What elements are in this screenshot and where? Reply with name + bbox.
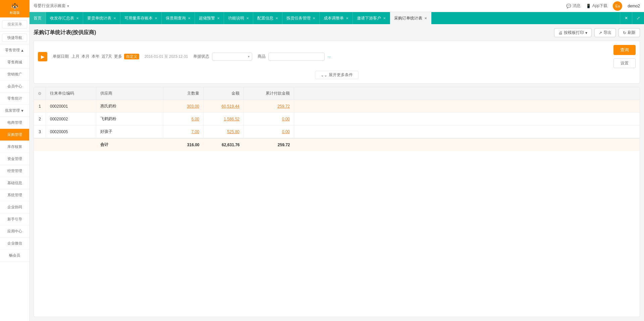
tab-close-icon[interactable]: ✕ — [424, 16, 427, 20]
sidebar-item-marketing[interactable]: 营销推广 — [0, 68, 29, 81]
sidebar-item-appcenter[interactable]: 应用中心 — [0, 225, 29, 237]
page-title: 采购订单统计表(按供应商) — [34, 29, 96, 36]
goods-input[interactable] — [268, 53, 325, 61]
query-button[interactable]: 查询 — [613, 45, 636, 55]
export-button[interactable]: ↗ 导出 — [594, 28, 616, 37]
logo-text: 标题版 — [10, 11, 20, 14]
tab-close-icon[interactable]: ✕ — [346, 16, 348, 20]
row-qty[interactable]: 7.00 — [163, 125, 204, 139]
table-body: 1 00020001 惠氏奶粉 303.00 60,519.44 259.72 … — [34, 100, 640, 139]
main-area: 母婴行业演示账套 ▾ 💬 消息 📱 App下载 Ea demo2 首页 收发存汇… — [30, 0, 644, 321]
avatar[interactable]: Ea — [613, 1, 622, 11]
row-qty[interactable]: 303.00 — [163, 100, 204, 113]
tab-picking-tasks[interactable]: 拣货任务管理 ✕ — [282, 12, 320, 24]
tab-close-icon[interactable]: ✕ — [313, 16, 315, 20]
shortcut-this-month[interactable]: 本月 — [82, 54, 90, 59]
sidebar-item-enterprise[interactable]: 企业协同 — [0, 201, 29, 213]
tab-label: 要货单统计表 — [87, 15, 111, 21]
sidebar-item-member[interactable]: 会员中心 — [0, 81, 29, 93]
goods-more-icon[interactable]: ··· — [327, 54, 331, 59]
messages-button[interactable]: 💬 消息 — [566, 3, 581, 9]
tab-close-icon[interactable]: ✕ — [76, 16, 79, 20]
message-icon: 💬 — [566, 4, 571, 8]
tab-receive-summary[interactable]: 收发存汇总表 ✕ — [46, 12, 83, 24]
tab-label: 成本调整单 — [324, 15, 344, 21]
sidebar-item-newbie[interactable]: 新手引导 — [0, 213, 29, 225]
tab-close-icon[interactable]: ✕ — [188, 16, 191, 20]
app-download-button[interactable]: 📱 App下载 — [586, 3, 607, 9]
row-amount[interactable]: 525.80 — [204, 125, 244, 139]
shortcut-last-month[interactable]: 上月 — [71, 54, 79, 59]
username-label[interactable]: demo2 — [628, 4, 640, 8]
tabbar: 首页 收发存汇总表 ✕ 要货单统计表 ✕ 可用量库存账本 ✕ 保质期查询 ✕ 超… — [30, 12, 644, 24]
footer-qty: 316.00 — [163, 138, 204, 151]
row-paid[interactable]: 259.72 — [244, 100, 294, 113]
search-menu-button[interactable]: 搜索英单 — [2, 20, 27, 29]
sidebar-item-wholesale[interactable]: 批发管理 ▼ — [0, 105, 29, 117]
col-supplier-header: 供应商 — [96, 87, 163, 100]
tab-close-icon[interactable]: ✕ — [246, 16, 249, 20]
page-header-actions: 🖨 按模板打印 ▾ ↗ 导出 ↻ 刷新 — [554, 28, 640, 37]
tab-expiry-query[interactable]: 保质期查询 ✕ — [162, 12, 195, 24]
tab-close-icon[interactable]: ✕ — [155, 16, 157, 20]
tab-requisition-summary[interactable]: 要货单统计表 ✕ — [83, 12, 120, 24]
col-settings[interactable]: ⚙ — [34, 87, 46, 100]
print-button[interactable]: 🖨 按模板打印 ▾ — [554, 28, 592, 37]
sidebar-item-purchase[interactable]: 采购管理 — [0, 129, 29, 141]
sidebar-item-basic[interactable]: 基础信息 — [0, 177, 29, 189]
sidebar-item-finance[interactable]: 资金管理 — [0, 153, 29, 165]
tab-close-icon[interactable]: ✕ — [275, 16, 278, 20]
close-all-tabs-button[interactable]: ✕ — [620, 12, 632, 24]
expand-filter-button[interactable]: ⌄⌄ 展开更多条件 — [315, 71, 359, 79]
shortcut-more[interactable]: 更多 — [114, 54, 122, 59]
tab-available-inventory[interactable]: 可用量库存账本 ✕ — [120, 12, 162, 24]
table-footer: 合计 316.00 62,631.76 259.72 — [34, 138, 640, 151]
row-paid[interactable]: 0.00 — [244, 125, 294, 139]
col-qty-header: 主数量 — [163, 87, 204, 100]
data-table-container: ⚙ 往来单位编码 供应商 主数量 金额 累计付款金额 1 00020001 惠氏… — [34, 87, 640, 317]
sidebar-item-vip[interactable]: 畅会员 — [0, 250, 29, 262]
tab-home[interactable]: 首页 — [30, 12, 46, 24]
tab-config-info[interactable]: 配置信息 ✕ — [253, 12, 282, 24]
tab-close-icon[interactable]: ✕ — [217, 16, 220, 20]
app-download-label: App下载 — [592, 3, 607, 9]
footer-amount: 62,631.76 — [204, 138, 244, 151]
tab-purchase-summary[interactable]: 采购订单统计表 ✕ — [390, 12, 431, 24]
row-paid[interactable]: 0.00 — [244, 113, 294, 125]
maximize-button[interactable]: ⤢ — [632, 12, 644, 24]
tab-cost-adjust[interactable]: 成本调整单 ✕ — [320, 12, 353, 24]
tab-function-guide[interactable]: 功能说明 ✕ — [224, 12, 253, 24]
row-amount[interactable]: 60,519.44 — [204, 100, 244, 113]
custom-date-badge[interactable]: 自定义 — [124, 54, 139, 59]
sidebar-item-system[interactable]: 系统管理 — [0, 189, 29, 201]
quick-nav-button[interactable]: 快捷导航 — [2, 34, 27, 42]
sidebar-logo: 🐯 标题版 — [0, 0, 30, 17]
tab-close-icon[interactable]: ✕ — [113, 16, 116, 20]
status-select[interactable] — [212, 53, 252, 61]
refresh-icon: ↻ — [623, 31, 626, 35]
row-qty[interactable]: 6.00 — [163, 113, 204, 125]
refresh-button[interactable]: ↻ 刷新 — [619, 28, 640, 37]
shortcut-7days[interactable]: 近7天 — [102, 54, 112, 59]
tab-invite-downstream[interactable]: 邀请下游客户 ✕ — [353, 12, 390, 24]
messages-label: 消息 — [573, 3, 581, 9]
sidebar-item-enterprise-wechat[interactable]: 企业微信 — [0, 237, 29, 250]
filter-toggle-button[interactable]: ▶ — [38, 52, 47, 61]
col-amount-header: 金额 — [204, 87, 244, 100]
sidebar-item-label: 电商管理 — [7, 120, 22, 125]
sidebar-item-label: 应用中心 — [7, 229, 22, 234]
sidebar-item-retail-store[interactable]: 零售商城 — [0, 56, 29, 68]
sidebar-item-ecommerce[interactable]: 电商管理 — [0, 117, 29, 129]
shortcut-this-year[interactable]: 本年 — [92, 54, 100, 59]
sidebar-item-inventory[interactable]: 库存核算 — [0, 141, 29, 153]
sidebar-item-label: 经营管理 — [7, 168, 22, 173]
sidebar-item-retail-stats[interactable]: 零售统计 — [0, 93, 29, 105]
tab-close-icon[interactable]: ✕ — [383, 16, 386, 20]
tab-overstock-alert[interactable]: 超储预警 ✕ — [195, 12, 224, 24]
row-amount[interactable]: 1,586.52 — [204, 113, 244, 125]
table-row: 2 00020002 飞鹤奶粉 6.00 1,586.52 0.00 — [34, 113, 640, 125]
sidebar-item-operations[interactable]: 经营管理 — [0, 165, 29, 177]
settings-button[interactable]: 设置 — [613, 58, 636, 68]
sidebar-item-retail[interactable]: 零售管理 ▲ — [0, 44, 29, 56]
workspace-selector[interactable]: 母婴行业演示账套 ▾ — [34, 3, 564, 9]
